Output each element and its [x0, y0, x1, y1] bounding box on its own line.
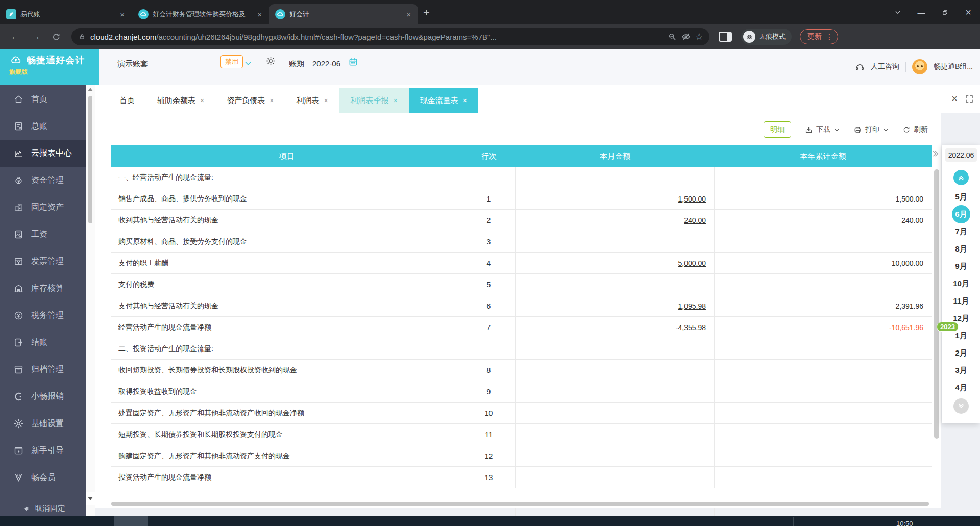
month-item[interactable]: 8月 — [946, 240, 976, 258]
period-value[interactable]: 2022-06 — [312, 59, 340, 68]
month-amount-link[interactable]: 240.00 — [684, 216, 706, 224]
chevron-down-icon — [834, 127, 840, 133]
print-button[interactable]: 打印 — [853, 125, 889, 134]
months-scroll-up-icon[interactable] — [953, 170, 969, 185]
col-header-item: 项目 — [111, 145, 462, 167]
month-item[interactable]: 9月 — [946, 258, 976, 275]
sidebar-item-assets[interactable]: 固定资产 — [0, 194, 86, 221]
sidebar-item-expense[interactable]: 小畅报销 — [0, 383, 86, 410]
reload-icon[interactable] — [47, 28, 65, 46]
month-item[interactable]: 20231月 — [946, 327, 976, 344]
scroll-up-icon[interactable] — [88, 88, 93, 91]
tab-close-icon[interactable]: × — [463, 96, 467, 105]
browser-menu-icon[interactable]: ⋮ — [826, 33, 834, 41]
detail-button[interactable]: 明细 — [764, 121, 791, 138]
close-window-icon[interactable]: × — [957, 0, 980, 24]
user-name[interactable]: 畅捷通B组... — [934, 62, 973, 71]
maximize-icon[interactable] — [933, 0, 957, 24]
month-amount-link[interactable]: 5,000.00 — [678, 259, 706, 267]
minimize-icon[interactable]: — — [910, 0, 933, 24]
eye-off-icon[interactable] — [681, 32, 691, 41]
new-tab-button[interactable]: + — [418, 4, 435, 21]
update-button[interactable]: 更新 ⋮ — [800, 29, 838, 44]
url-text[interactable]: cloud2.chanjet.com/accounting/uh26t264j5… — [90, 33, 663, 41]
tab-close-icon[interactable]: × — [200, 96, 204, 105]
months-scroll-down-icon[interactable] — [953, 398, 969, 414]
settings-gear-icon[interactable] — [265, 56, 276, 66]
user-avatar[interactable] — [912, 59, 927, 74]
month-item[interactable]: 2月 — [946, 344, 976, 362]
browser-tab-active[interactable]: 好会计 × — [269, 4, 418, 24]
sidebar-item-closing[interactable]: 结账 — [0, 329, 86, 356]
download-button[interactable]: 下载 — [804, 125, 840, 134]
side-panel-icon[interactable] — [719, 32, 732, 42]
month-amount-link[interactable]: 1,500.00 — [678, 195, 706, 203]
scrollbar-thumb[interactable] — [88, 96, 92, 223]
month-item[interactable]: 11月 — [946, 292, 976, 310]
fullscreen-icon[interactable] — [965, 94, 974, 104]
back-icon[interactable]: ← — [6, 28, 24, 46]
sidebar-item-settings[interactable]: 基础设置 — [0, 410, 86, 437]
tab-close-icon[interactable]: × — [394, 96, 398, 105]
chevron-down-icon[interactable] — [244, 59, 252, 67]
report-tab[interactable]: 利润表× — [285, 88, 339, 113]
tab-close-icon[interactable]: × — [118, 10, 127, 19]
tab-close-icon[interactable]: × — [255, 10, 264, 19]
sidebar-item-invoice[interactable]: 发票管理 — [0, 248, 86, 275]
sidebar-item-funds[interactable]: 资金管理 — [0, 167, 86, 194]
sidebar-item-ledger[interactable]: 总账 — [0, 113, 86, 140]
sidebar-item-inventory[interactable]: 库存核算 — [0, 275, 86, 302]
month-item[interactable]: 7月 — [946, 223, 976, 240]
browser-tab[interactable]: 易代账 × — [0, 4, 132, 24]
taskbar-app-icon[interactable] — [114, 516, 148, 526]
close-all-tabs-icon[interactable]: × — [951, 93, 958, 105]
cell-month-amount: -4,355.98 — [516, 317, 715, 338]
month-item[interactable]: 3月 — [946, 362, 976, 379]
sidebar-item-member[interactable]: 畅会员 — [0, 464, 86, 491]
unpin-button[interactable]: 取消固定 — [0, 504, 86, 513]
tab-close-icon[interactable]: × — [324, 96, 328, 105]
month-amount-link[interactable]: 1,095.98 — [678, 302, 706, 310]
horizontal-scrollbar[interactable] — [111, 502, 929, 506]
guide-icon — [13, 445, 24, 456]
zoom-out-icon[interactable] — [668, 32, 677, 41]
sidebar-item-home[interactable]: 首页 — [0, 86, 86, 113]
url-bar[interactable]: cloud2.chanjet.com/accounting/uh26t264j5… — [71, 28, 709, 45]
sidebar-item-tax[interactable]: 税务管理 — [0, 302, 86, 329]
scroll-down-icon[interactable] — [86, 492, 95, 505]
support-link[interactable]: 人工咨询 — [871, 62, 899, 71]
app-header: 畅捷通好会计 旗舰版 演示账套 禁用 账期 2022-06 人工咨询 畅捷通B组… — [0, 49, 980, 85]
sidebar-scrollbar[interactable] — [86, 85, 95, 516]
collapse-panel-icon[interactable] — [931, 149, 939, 158]
account-set-name[interactable]: 演示账套 — [117, 59, 148, 69]
month-item[interactable]: 6月 — [946, 206, 976, 223]
underline — [303, 76, 362, 76]
browser-tab[interactable]: 好会计财务管理软件购买价格及 × — [132, 4, 269, 24]
calendar-icon[interactable] — [348, 57, 358, 67]
tab-search-chevron-icon[interactable] — [886, 0, 910, 24]
sidebar-item-archive[interactable]: 归档管理 — [0, 356, 86, 383]
cell-month-amount — [516, 445, 715, 466]
bookmark-star-icon[interactable]: ☆ — [695, 31, 703, 42]
sidebar-item-label: 固定资产 — [31, 202, 64, 213]
report-tab[interactable]: 辅助余额表× — [146, 88, 215, 113]
cell-line-number: 9 — [462, 381, 516, 402]
table-vertical-scrollbar[interactable] — [934, 169, 939, 439]
brand-name: 畅捷通好会计 — [27, 54, 85, 66]
sidebar-item-report[interactable]: 云报表中心 — [0, 140, 86, 167]
report-tab[interactable]: 利润表季报× — [339, 88, 409, 113]
report-tab[interactable]: 首页 — [108, 88, 146, 113]
report-tab[interactable]: 现金流量表× — [409, 88, 478, 113]
table-row: 支付其他与经营活动有关的现金61,095.982,391.96 — [111, 295, 932, 317]
report-tab[interactable]: 资产负债表× — [215, 88, 285, 113]
sidebar-item-payroll[interactable]: 工资 — [0, 221, 86, 248]
sidebar-item-label: 资金管理 — [31, 175, 64, 186]
sidebar-item-guide[interactable]: 新手引导 — [0, 437, 86, 464]
tab-close-icon[interactable]: × — [404, 10, 413, 19]
month-item[interactable]: 4月 — [946, 379, 976, 396]
refresh-button[interactable]: 刷新 — [902, 125, 928, 134]
tab-close-icon[interactable]: × — [270, 96, 274, 105]
month-item[interactable]: 5月 — [946, 188, 976, 206]
forward-icon[interactable]: → — [27, 28, 45, 46]
month-item[interactable]: 10月 — [946, 275, 976, 292]
